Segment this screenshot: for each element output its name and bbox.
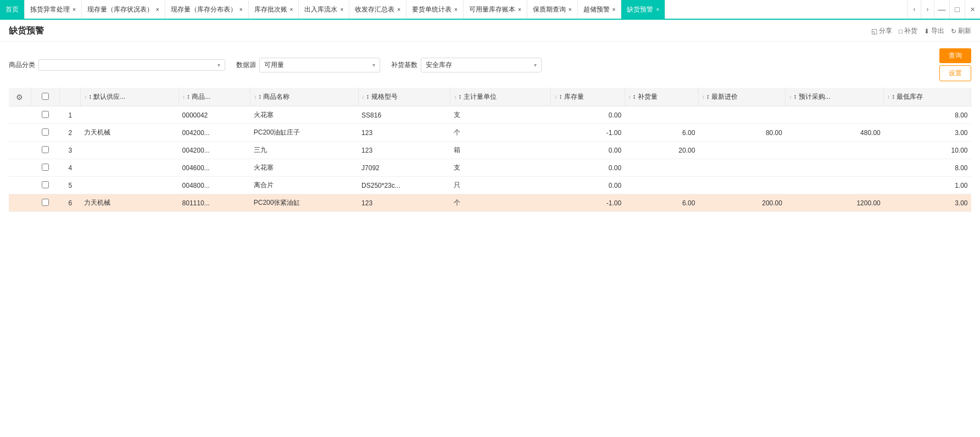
top-navigation: 首页 拣货异常处理 × 现存量（库存状况表） × 现存量（库存分布表） × 库存… [0,0,980,20]
close-icon[interactable]: × [397,7,400,13]
row-checkbox[interactable] [42,181,49,188]
min-stock-cell: 8.00 [884,107,971,124]
tab-expiry-query[interactable]: 保质期查询 × [527,0,578,19]
tab-available-ledger[interactable]: 可用量库存账本 × [464,0,527,19]
close-icon[interactable]: × [340,7,343,13]
replenish-qty-cell [625,107,698,124]
replenish-qty-cell: 6.00 [625,124,698,142]
row-num-cell: 1 [60,107,81,124]
tab-shortage-warning[interactable]: 缺货预警 × [621,0,665,19]
estimated-purchase-cell: 480.00 [786,124,884,142]
scroll-left-button[interactable]: ‹ [907,0,921,19]
estimated-purchase-cell [786,142,884,159]
replenish-icon: □ [899,27,903,35]
product-code-cell: 801110... [179,194,250,212]
stock-qty-cell: 0.00 [551,159,625,177]
th-product-name[interactable]: ↕ 商品名称 [250,88,358,107]
close-icon[interactable]: × [454,7,458,13]
tab-home[interactable]: 首页 [0,0,25,19]
th-stock-qty[interactable]: ↕ 库存量 [551,88,625,107]
close-icon[interactable]: × [656,7,659,13]
th-estimated-purchase[interactable]: ↕ 预计采购... [786,88,884,107]
close-icon[interactable]: × [518,7,521,13]
tab-current-stock-status[interactable]: 现存量（库存状况表） × [82,0,165,19]
latest-price-cell: 80.00 [698,124,786,142]
close-icon[interactable]: × [156,7,159,13]
table-row: 5004800...离合片DS250*23c...只0.001.00 [9,177,971,194]
settings-button[interactable]: 设置 [939,65,971,81]
checkbox-cell[interactable] [31,124,60,142]
tab-overstock-warning[interactable]: 超储预警 × [578,0,622,19]
th-row-num [60,88,81,107]
filter-actions: 查询 设置 [939,48,971,81]
row-checkbox[interactable] [42,111,49,118]
tab-order-stats[interactable]: 要货单统计表 × [407,0,464,19]
th-latest-price[interactable]: ↕ 最新进价 [698,88,786,107]
spec-cell: SS816 [358,107,450,124]
category-select[interactable]: ▾ [38,59,225,71]
datasource-select[interactable]: 可用量 ▾ [259,58,380,72]
datasource-select-value: 可用量 [264,60,370,70]
page-title: 缺货预警 [9,25,44,37]
maximize-button[interactable]: □ [949,0,965,19]
tab-summary[interactable]: 收发存汇总表 × [349,0,407,19]
select-all-checkbox[interactable] [42,93,49,100]
table-body: 10000042火花塞SS816支0.008.002力天机械004200...P… [9,107,971,212]
product-name-cell: PC200油缸庄子 [250,124,358,142]
th-unit[interactable]: ↕ 主计量单位 [450,88,551,107]
th-spec[interactable]: ↕ 规格型号 [358,88,450,107]
latest-price-cell [698,107,786,124]
query-button[interactable]: 查询 [939,48,971,63]
filter-category: 商品分类 ▾ [9,59,225,71]
export-button[interactable]: ⬇ 导出 [924,26,944,36]
row-checkbox[interactable] [42,128,49,136]
checkbox-cell[interactable] [31,177,60,194]
checkbox-cell[interactable] [31,159,60,177]
tab-batch-ledger[interactable]: 库存批次账 × [249,0,299,19]
default-supplier-cell [81,159,179,177]
close-window-button[interactable]: × [965,0,980,19]
latest-price-cell [698,159,786,177]
table-row: 6力天机械801110...PC200张紧油缸123个-1.006.00200.… [9,194,971,212]
checkbox-cell[interactable] [31,142,60,159]
share-button[interactable]: ◱ 分享 [871,26,892,36]
product-name-cell: 三九 [250,142,358,159]
th-default-supplier[interactable]: ↕ 默认供应... [81,88,179,107]
estimated-purchase-cell [786,107,884,124]
th-min-stock[interactable]: ↕ 最低库存 [884,88,971,107]
table-row: 4004600...火花塞J7092支0.008.00 [9,159,971,177]
minimize-button[interactable]: — [934,0,949,19]
latest-price-cell [698,142,786,159]
th-checkbox [31,88,60,107]
product-name-cell: 火花塞 [250,107,358,124]
th-product-code[interactable]: ↕ 商品... [179,88,250,107]
row-checkbox[interactable] [42,146,49,153]
tab-inout-flow[interactable]: 出入库流水 × [299,0,349,19]
column-settings-icon[interactable]: ⚙ [16,93,23,102]
page-content: 缺货预警 ◱ 分享 □ 补货 ⬇ 导出 ↻ 刷新 商品分类 [0,20,980,437]
close-icon[interactable]: × [73,7,76,13]
close-icon[interactable]: × [240,7,243,13]
close-icon[interactable]: × [569,7,572,13]
table-row: 2力天机械004200...PC200油缸庄子123个-1.006.0080.0… [9,124,971,142]
checkbox-cell[interactable] [31,194,60,212]
th-gear[interactable]: ⚙ [9,88,31,107]
chevron-down-icon: ▾ [372,62,375,68]
unit-cell: 只 [450,177,551,194]
min-stock-cell: 3.00 [884,194,971,212]
th-replenish-qty[interactable]: ↕ 补货量 [625,88,698,107]
checkbox-cell[interactable] [31,107,60,124]
tab-current-stock-dist[interactable]: 现存量（库存分布表） × [165,0,249,19]
replenish-qty-cell: 20.00 [625,142,698,159]
scroll-right-button[interactable]: › [921,0,934,19]
close-icon[interactable]: × [290,7,293,13]
replenish-base-select[interactable]: 安全库存 ▾ [421,58,542,72]
row-checkbox[interactable] [42,164,49,171]
replenish-button[interactable]: □ 补货 [899,26,917,36]
row-checkbox[interactable] [42,199,49,206]
table-row: 10000042火花塞SS816支0.008.00 [9,107,971,124]
tab-picking-exception[interactable]: 拣货异常处理 × [25,0,82,19]
spec-cell: 123 [358,194,450,212]
close-icon[interactable]: × [612,7,616,13]
refresh-button[interactable]: ↻ 刷新 [951,26,971,36]
